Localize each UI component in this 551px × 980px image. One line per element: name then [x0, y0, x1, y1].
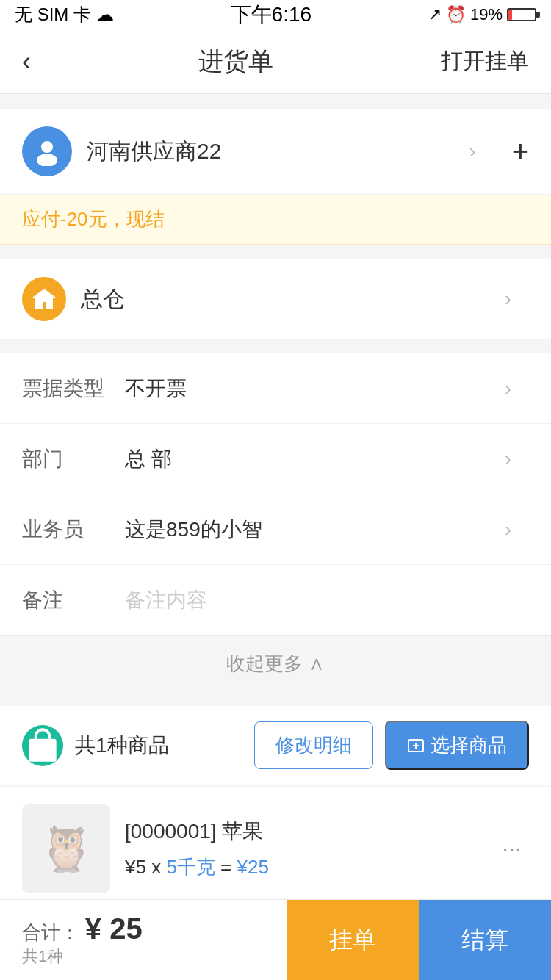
supplier-avatar [22, 126, 72, 176]
product-code: [0000001] [125, 820, 217, 843]
location-icon: ↗ [428, 5, 442, 24]
edit-detail-button[interactable]: 修改明细 [254, 721, 373, 769]
status-time: 下午6:16 [231, 1, 312, 29]
gap-1 [0, 94, 551, 109]
supplier-divider [494, 137, 494, 166]
owl-icon: 🦉 [39, 823, 94, 875]
add-supplier-button[interactable]: + [512, 137, 529, 166]
sales-chevron: › [505, 518, 511, 541]
alarm-icon: ⏰ [446, 5, 466, 24]
select-product-button[interactable]: 选择商品 [385, 721, 529, 770]
invoice-chevron: › [505, 377, 511, 400]
price-eq: = [220, 856, 237, 878]
status-left: 无 SIM 卡 ☁ [15, 3, 114, 26]
sales-label: 业务员 [22, 516, 125, 544]
collapse-bar[interactable]: 收起更多 ∧ [0, 635, 551, 691]
sales-row[interactable]: 业务员 这是859的小智 › [0, 494, 551, 565]
products-icon [22, 725, 63, 766]
bag-icon [22, 725, 63, 766]
status-bar: 无 SIM 卡 ☁ 下午6:16 ↗ ⏰ 19% [0, 0, 551, 29]
invoice-label: 票据类型 [22, 375, 125, 403]
total-count: 共1种 [22, 945, 264, 968]
warehouse-section: 总仓 › [0, 259, 551, 339]
remark-label: 备注 [22, 586, 125, 614]
svg-point-0 [41, 141, 53, 153]
price-unit: ¥5 [125, 856, 146, 878]
total-section: 合计： ¥ 25 共1种 [0, 912, 287, 968]
home-icon [31, 286, 57, 312]
total-amount: ¥ 25 [85, 912, 143, 945]
select-product-label: 选择商品 [431, 732, 507, 758]
supplier-section: 河南供应商22 › + 应付-20元，现结 [0, 109, 551, 245]
warehouse-name: 总仓 [81, 284, 505, 314]
warehouse-row[interactable]: 总仓 › [0, 259, 551, 339]
nav-bar: ‹ 进货单 打开挂单 [0, 29, 551, 94]
sales-value: 这是859的小智 [125, 516, 505, 544]
total-row: 合计： ¥ 25 [22, 912, 264, 945]
select-product-icon [407, 737, 425, 754]
svg-rect-2 [29, 738, 56, 761]
gap-2 [0, 245, 551, 259]
dept-chevron: › [505, 447, 511, 471]
gap-4 [0, 691, 551, 706]
products-count: 共1种商品 [75, 732, 254, 760]
gap-3 [0, 339, 551, 353]
battery-label: 19% [470, 5, 503, 24]
supplier-row[interactable]: 河南供应商22 › + [0, 109, 551, 195]
remark-input[interactable]: 备注内容 [125, 586, 529, 614]
checkout-button[interactable]: 结算 [419, 900, 551, 981]
open-pending-button[interactable]: 打开挂单 [441, 46, 529, 76]
price-total: ¥25 [237, 856, 269, 878]
bottom-bar: 合计： ¥ 25 共1种 挂单 结算 [0, 899, 551, 980]
product-name: [0000001] 苹果 [125, 818, 494, 846]
svg-point-1 [37, 154, 57, 166]
dept-row[interactable]: 部门 总 部 › [0, 424, 551, 494]
form-section: 票据类型 不开票 › 部门 总 部 › 业务员 这是859的小智 › 备注 备注… [0, 353, 551, 635]
price-x: x [151, 856, 166, 878]
invoice-value: 不开票 [125, 375, 505, 403]
battery-icon [507, 8, 536, 21]
person-icon [32, 137, 62, 166]
invoice-row[interactable]: 票据类型 不开票 › [0, 353, 551, 424]
supplier-chevron: › [469, 140, 475, 163]
price-qty: 5千克 [166, 856, 215, 878]
products-header: 共1种商品 修改明细 选择商品 [0, 706, 551, 785]
remark-row[interactable]: 备注 备注内容 [0, 565, 551, 635]
page-title: 进货单 [198, 45, 273, 79]
dept-label: 部门 [22, 445, 125, 473]
warehouse-chevron: › [505, 287, 511, 311]
product-more-button[interactable]: ··· [494, 835, 529, 862]
product-price: ¥5 x 5千克 = ¥25 [125, 854, 494, 880]
product-thumbnail: 🦉 [22, 804, 110, 893]
sim-label: 无 SIM 卡 ☁ [15, 3, 114, 26]
status-right: ↗ ⏰ 19% [428, 5, 536, 24]
warehouse-icon [22, 277, 66, 321]
product-info: [0000001] 苹果 ¥5 x 5千克 = ¥25 [125, 818, 494, 880]
hang-button[interactable]: 挂单 [287, 900, 419, 981]
supplier-notice: 应付-20元，现结 [0, 195, 551, 245]
back-button[interactable]: ‹ [22, 46, 31, 77]
product-item: 🦉 [0000001] 苹果 ¥5 x 5千克 = ¥25 ··· [0, 787, 551, 910]
dept-value: 总 部 [125, 445, 505, 473]
total-label: 合计： [22, 921, 79, 943]
product-title: 苹果 [222, 820, 263, 843]
supplier-name: 河南供应商22 [87, 137, 469, 167]
